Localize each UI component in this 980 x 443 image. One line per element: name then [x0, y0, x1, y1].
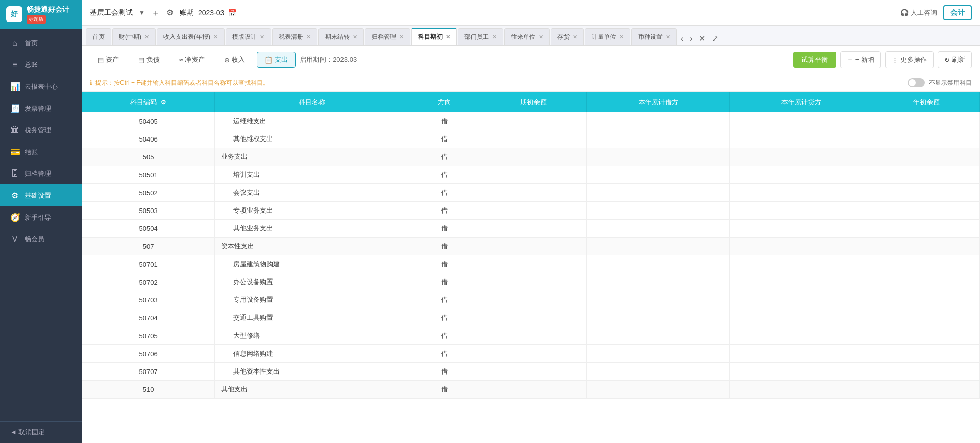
tab-dept[interactable]: 部门员工 ✕	[458, 28, 503, 45]
net-asset-filter-label: 净资产	[185, 55, 205, 64]
cell-code: 50406	[82, 130, 215, 148]
help-btn[interactable]: 🎧 人工咨询	[900, 8, 937, 17]
tab-mid[interactable]: 财(中期) ✕	[112, 28, 156, 45]
col-code-settings-icon[interactable]: ⚙	[161, 99, 166, 106]
sidebar-item-home[interactable]: ⌂ 首页	[0, 33, 82, 54]
period-value: 2023-03	[198, 9, 224, 17]
table-row[interactable]: 50704 交通工具购置 借	[82, 309, 980, 327]
balance-button[interactable]: 试算平衡	[793, 52, 836, 68]
add-project-icon[interactable]: ＋	[151, 7, 160, 19]
sidebar-item-guide[interactable]: 🧭 新手引导	[0, 206, 82, 228]
tab-nav-prev[interactable]: ‹	[678, 32, 687, 45]
sidebar-collapse-btn[interactable]: ◄ 取消固定	[0, 421, 82, 443]
tab-unit[interactable]: 计量单位 ✕	[585, 28, 630, 45]
table-row[interactable]: 50406 其他维权支出 借	[82, 130, 980, 148]
tab-archive-close[interactable]: ✕	[399, 34, 404, 40]
table-row[interactable]: 507 资本性支出 借	[82, 238, 980, 255]
filter-tab-net-asset[interactable]: ≈ 净资产	[172, 52, 212, 68]
cell-year-opening	[873, 202, 980, 220]
sidebar-item-home-label: 首页	[24, 39, 38, 48]
more-button[interactable]: ⋮ 更多操作	[885, 51, 934, 68]
sidebar-item-invoice[interactable]: 🧾 发票管理	[0, 98, 82, 120]
tab-subject-init-label: 科目期初	[418, 33, 443, 41]
col-name: 科目名称	[215, 92, 409, 112]
cell-ytd-debit	[587, 327, 730, 345]
table-row[interactable]: 50502 会议支出 借	[82, 184, 980, 202]
table-row[interactable]: 50703 专用设备购置 借	[82, 291, 980, 309]
topbar-settings-icon[interactable]: ⚙	[166, 8, 174, 17]
user-role-button[interactable]: 会计	[943, 5, 972, 20]
reports-icon: 📊	[10, 82, 19, 91]
cell-name: 专用设备购置	[215, 291, 409, 309]
tab-mid-label: 财(中期)	[119, 33, 141, 41]
tab-period-end[interactable]: 期末结转 ✕	[318, 28, 364, 45]
add-button[interactable]: ＋ + 新增	[840, 51, 881, 68]
table-row[interactable]: 50504 其他业务支出 借	[82, 220, 980, 238]
refresh-button[interactable]: ↻ 刷新	[938, 51, 972, 68]
tab-taxsheet[interactable]: 税表清册 ✕	[272, 28, 317, 45]
tab-partner[interactable]: 往来单位 ✕	[504, 28, 550, 45]
sidebar-item-member[interactable]: V 畅会员	[0, 228, 82, 250]
sidebar-item-archive[interactable]: 🗄 归档管理	[0, 163, 82, 184]
tab-period-end-label: 期末结转	[325, 33, 350, 41]
tab-annual[interactable]: 收入支出表(年报) ✕	[157, 28, 225, 45]
project-dropdown-icon[interactable]: ▼	[139, 9, 145, 16]
asset-filter-label: 资产	[106, 55, 119, 64]
cell-name: 其他维权支出	[215, 130, 409, 148]
calendar-icon[interactable]: 📅	[228, 9, 237, 17]
table-row[interactable]: 50405 运维维支出 借	[82, 112, 980, 130]
tab-home[interactable]: 首页	[86, 28, 111, 45]
filter-tab-expenditure[interactable]: 📋 支出	[257, 52, 296, 68]
table-row[interactable]: 50705 大型修缮 借	[82, 327, 980, 345]
sidebar-item-reports[interactable]: 📊 云报表中心	[0, 76, 82, 98]
cell-year-opening	[873, 381, 980, 399]
table-row[interactable]: 50501 培训支出 借	[82, 166, 980, 184]
table-row[interactable]: 50706 信息网络购建 借	[82, 345, 980, 363]
ledger-icon: ≡	[10, 60, 19, 69]
tab-template[interactable]: 模版设计 ✕	[226, 28, 271, 45]
liability-filter-label: 负债	[146, 55, 160, 64]
table-row[interactable]: 505 业务支出 借	[82, 148, 980, 166]
tab-template-close[interactable]: ✕	[260, 34, 264, 40]
cell-direction: 借	[409, 273, 480, 291]
tab-stock[interactable]: 存货 ✕	[551, 28, 584, 45]
cell-direction: 借	[409, 363, 480, 381]
table-row[interactable]: 50701 房屋建筑物购建 借	[82, 255, 980, 273]
table-row[interactable]: 50503 专项业务支出 借	[82, 202, 980, 220]
tab-subject-init[interactable]: 科目期初 ✕	[411, 28, 457, 45]
tab-archive[interactable]: 归档管理 ✕	[365, 28, 410, 45]
tab-dept-close[interactable]: ✕	[492, 34, 497, 40]
sidebar-item-settings[interactable]: ⚙ 基础设置	[0, 184, 82, 206]
cell-name: 大型修缮	[215, 327, 409, 345]
table-row[interactable]: 510 其他支出 借	[82, 381, 980, 399]
cell-ytd-credit	[730, 381, 873, 399]
tab-partner-close[interactable]: ✕	[538, 34, 543, 40]
cell-name: 培训支出	[215, 166, 409, 184]
tab-period-end-close[interactable]: ✕	[353, 34, 357, 40]
tab-expand[interactable]: ⤢	[708, 32, 721, 45]
tab-mid-close[interactable]: ✕	[144, 34, 149, 40]
notice-bar: ℹ 提示：按Ctrl + F键并输入科目编码或者科目名称可以查找科目。 不显示禁…	[82, 74, 980, 92]
table-row[interactable]: 50707 其他资本性支出 借	[82, 363, 980, 381]
tab-currency[interactable]: 币种设置 ✕	[631, 28, 677, 45]
cell-opening	[480, 220, 586, 238]
tab-currency-close[interactable]: ✕	[666, 34, 670, 40]
table-row[interactable]: 50702 办公设备购置 借	[82, 273, 980, 291]
filter-tab-income[interactable]: ⊕ 收入	[216, 52, 253, 68]
tab-nav-next[interactable]: ›	[687, 32, 695, 45]
filter-tab-liability[interactable]: ▤ 负债	[131, 52, 167, 68]
tab-taxsheet-close[interactable]: ✕	[306, 34, 311, 40]
sidebar-item-tax[interactable]: 🏛 税务管理	[0, 120, 82, 141]
sidebar-item-ledger[interactable]: ≡ 总账	[0, 54, 82, 76]
tabbar: 首页 财(中期) ✕ 收入支出表(年报) ✕ 模版设计 ✕ 税表清册 ✕ 期末结…	[82, 26, 980, 46]
disable-toggle[interactable]	[908, 78, 925, 87]
sidebar-item-settlement[interactable]: 💳 结账	[0, 141, 82, 163]
tab-stock-close[interactable]: ✕	[573, 34, 577, 40]
cell-direction: 借	[409, 130, 480, 148]
project-name[interactable]: 基层工会测试	[90, 8, 133, 17]
tab-annual-close[interactable]: ✕	[213, 34, 218, 40]
filter-tab-asset[interactable]: ▤ 资产	[90, 52, 127, 68]
tab-subject-init-close[interactable]: ✕	[446, 34, 450, 40]
tab-close-all[interactable]: ✕	[696, 32, 708, 45]
tab-unit-close[interactable]: ✕	[619, 34, 624, 40]
